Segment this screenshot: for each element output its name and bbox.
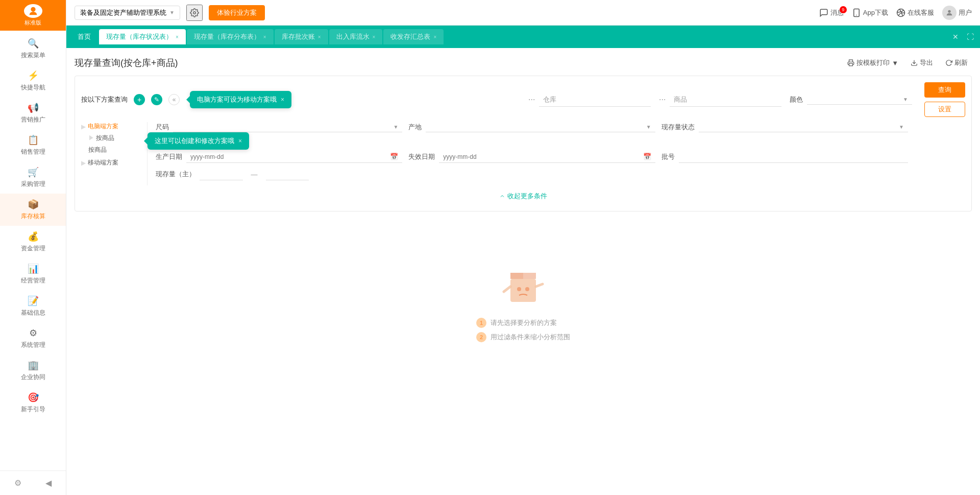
sidebar-collapse-btn[interactable]: ◀ <box>43 476 54 490</box>
stock-main-min[interactable] <box>200 168 243 180</box>
collapse-label: 收起更多条件 <box>507 192 547 201</box>
sidebar-item-search[interactable]: 🔍 搜索菜单 <box>0 33 66 65</box>
filter-edit-button[interactable]: ✎ <box>151 94 162 105</box>
warehouse-placeholder: 仓库 <box>543 95 556 104</box>
chevron-down-icon: ▼ <box>393 124 398 130</box>
color-select[interactable]: ▼ <box>807 95 912 105</box>
origin-select[interactable]: ▼ <box>426 122 655 132</box>
expiry-date-text[interactable] <box>443 153 641 160</box>
tab-inventory-distribution[interactable]: 现存量（库存分布表） × <box>187 29 274 44</box>
stock-main-field: 现存量（主） — <box>156 168 309 180</box>
sidebar-item-label: 经营管理 <box>21 276 45 285</box>
message-item[interactable]: 消息 9 <box>819 8 844 17</box>
experience-button[interactable]: 体验行业方案 <box>209 5 265 20</box>
stock-main-label: 现存量（主） <box>156 170 195 179</box>
sidebar-settings-btn[interactable]: ⚙ <box>12 476 23 490</box>
batch-label: 批号 <box>662 152 675 161</box>
tooltip-create-close[interactable]: × <box>238 137 242 145</box>
collapse-button[interactable]: 收起更多条件 <box>81 187 965 205</box>
production-date-label: 生产日期 <box>156 152 182 161</box>
warehouse-dots-icon[interactable]: ··· <box>528 95 535 104</box>
system-name: 装备及固定资产辅助管理系统 <box>80 8 166 17</box>
print-button[interactable]: 按模板打印 ▼ <box>843 56 902 69</box>
page-actions: 按模板打印 ▼ 导出 刷新 <box>843 56 972 69</box>
scheme-subitem-1[interactable]: ▶ 按商品 <box>81 134 141 143</box>
tabs-bar: 首页 现存量（库存状况表） × 现存量（库存分布表） × 库存批次账 × 出入库… <box>66 26 980 48</box>
user-item[interactable]: 用户 <box>942 6 972 20</box>
sidebar-item-finance[interactable]: 💰 资金管理 <box>0 226 66 258</box>
desktop-scheme-label: 电脑端方案 <box>88 122 118 131</box>
finance-icon: 💰 <box>28 231 39 242</box>
user-label: 用户 <box>959 8 972 17</box>
export-button[interactable]: 导出 <box>906 56 937 69</box>
warehouse-select[interactable]: 仓库 <box>539 93 651 107</box>
logo-text: 标准版 <box>24 19 41 27</box>
production-date-input[interactable]: 📅 <box>186 151 402 163</box>
enterprise-icon: 🏢 <box>28 360 39 371</box>
sidebar-item-sales[interactable]: 📋 销售管理 <box>0 129 66 161</box>
system-name-selector[interactable]: 装备及固定资产辅助管理系统 ▼ <box>75 6 180 20</box>
production-date-text[interactable] <box>190 153 388 160</box>
scheme-subitem-2[interactable]: 按商品 <box>81 146 141 154</box>
svg-point-9 <box>517 287 521 291</box>
sidebar-item-label: 新手引导 <box>21 405 45 414</box>
tab-inventory-batch[interactable]: 库存批次账 × <box>275 29 328 44</box>
tab-label: 库存批次账 <box>282 32 315 41</box>
expiry-date-input[interactable]: 📅 <box>439 151 655 163</box>
scheme-list-panel: ▶ 电脑端方案 ▶ 按商品 按商品 ▶ 移动端方案 <box>81 122 148 185</box>
sidebar-item-operations[interactable]: 📊 经营管理 <box>0 258 66 290</box>
size-field: 尺码 ▼ <box>156 122 402 132</box>
app-download-item[interactable]: App下载 <box>852 8 888 17</box>
tab-collect-summary[interactable]: 收发存汇总表 × <box>383 29 444 44</box>
close-tab-icon[interactable]: ✕ <box>950 31 961 43</box>
sidebar-item-purchase[interactable]: 🛒 采购管理 <box>0 161 66 194</box>
sidebar-item-basic[interactable]: 📝 基础信息 <box>0 290 66 322</box>
batch-input[interactable] <box>679 151 908 163</box>
filter-add-button[interactable]: + <box>134 94 145 105</box>
calendar-icon[interactable]: 📅 <box>643 153 651 160</box>
stock-status-label: 现存量状态 <box>662 123 695 132</box>
sidebar-item-label: 搜索菜单 <box>21 51 45 60</box>
online-support-item[interactable]: 在线客服 <box>896 8 934 17</box>
step-2-number: 2 <box>476 332 486 342</box>
goods-select[interactable]: 商品 <box>670 93 781 107</box>
expand-tab-icon[interactable]: ⛶ <box>965 31 976 43</box>
filter-back-button[interactable]: « <box>168 94 180 105</box>
refresh-button[interactable]: 刷新 <box>941 56 972 69</box>
search-button[interactable]: 查询 <box>924 82 965 98</box>
goods-dots-icon[interactable]: ··· <box>659 95 666 104</box>
sidebar-nav: 🔍 搜索菜单 ⚡ 快捷导航 📢 营销推广 📋 销售管理 🛒 采购管理 📦 <box>0 31 66 470</box>
sidebar-item-inventory[interactable]: 📦 库存核算 <box>0 194 66 226</box>
purchase-icon: 🛒 <box>28 167 39 178</box>
filter-row-4: 现存量（主） — <box>156 168 965 180</box>
tab-close-icon[interactable]: × <box>433 34 436 40</box>
tab-close-icon[interactable]: × <box>318 34 321 40</box>
sidebar-item-label: 营销推广 <box>21 115 45 124</box>
tab-close-icon[interactable]: × <box>263 34 266 40</box>
tab-close-icon[interactable]: × <box>373 34 376 40</box>
refresh-label: 刷新 <box>954 58 968 67</box>
sidebar-item-marketing[interactable]: 📢 营销推广 <box>0 97 66 129</box>
production-date-field: 生产日期 📅 <box>156 151 402 163</box>
svg-point-0 <box>31 7 35 11</box>
stock-main-max[interactable] <box>266 168 309 180</box>
calendar-icon[interactable]: 📅 <box>390 153 398 160</box>
tab-inout-flow[interactable]: 出入库流水 × <box>329 29 383 44</box>
tab-home[interactable]: 首页 <box>70 29 98 44</box>
tabs-actions: ✕ ⛶ <box>950 31 976 43</box>
goods-placeholder: 商品 <box>674 95 687 104</box>
sidebar-item-label: 企业协同 <box>21 373 45 382</box>
chevron-down-icon: ▼ <box>903 97 908 102</box>
sidebar-item-enterprise[interactable]: 🏢 企业协同 <box>0 355 66 387</box>
svg-rect-6 <box>849 63 853 66</box>
sidebar-item-nav[interactable]: ⚡ 快捷导航 <box>0 65 66 97</box>
tab-inventory-status[interactable]: 现存量（库存状况表） × <box>99 29 186 44</box>
tab-close-icon[interactable]: × <box>176 34 179 40</box>
settings-button[interactable] <box>186 5 203 21</box>
sidebar-item-guide[interactable]: 🎯 新手引导 <box>0 387 66 419</box>
stock-status-select[interactable]: ▼ <box>699 122 908 132</box>
sidebar-item-system[interactable]: ⚙ 系统管理 <box>0 322 66 355</box>
size-select[interactable]: ▼ <box>173 122 402 132</box>
reset-button[interactable]: 设置 <box>924 102 965 117</box>
tooltip-desktop-close[interactable]: × <box>281 96 284 103</box>
